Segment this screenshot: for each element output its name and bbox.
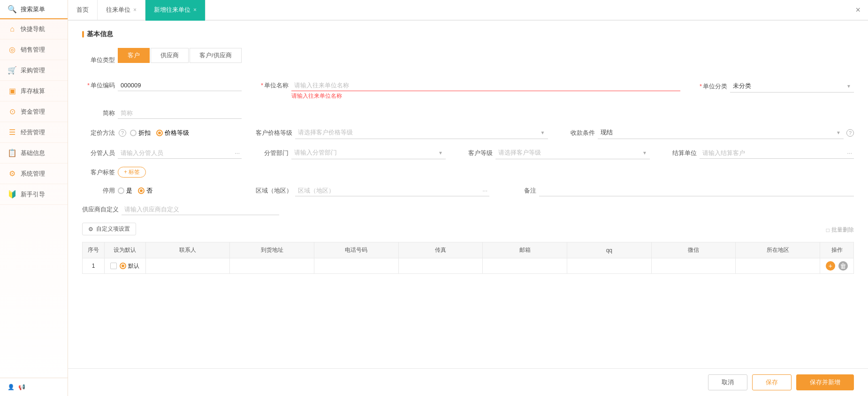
home-icon: ⌂ — [8, 25, 17, 33]
purchase-icon: 🛒 — [8, 66, 17, 75]
payment-help-icon[interactable]: ? — [846, 129, 854, 137]
radio-no[interactable]: 否 — [138, 186, 152, 195]
row-checkbox[interactable] — [110, 263, 117, 269]
phone-input[interactable] — [319, 263, 394, 269]
sidebar-item-purchase-mgmt[interactable]: 🛒 采购管理 — [0, 60, 68, 81]
qq-input[interactable] — [572, 263, 647, 269]
wechat-input[interactable] — [656, 263, 731, 269]
dept-label: 分管部门 — [256, 149, 289, 157]
radio-price-level-label: 价格等级 — [165, 129, 189, 137]
cell-qq[interactable] — [567, 258, 652, 274]
sidebar-item-inventory[interactable]: ▣ 库存核算 — [0, 81, 68, 101]
type-btn-customer[interactable]: 客户 — [118, 48, 150, 63]
cell-action: + 🗑 — [820, 258, 854, 274]
dept-select[interactable]: 请输入分管部门 ▼ — [291, 147, 446, 159]
add-tag-button[interactable]: + 标签 — [118, 167, 146, 178]
unit-category-field: 单位分类 未分类 ▼ — [694, 80, 854, 93]
sidebar-search[interactable]: 🔍 搜索菜单 — [0, 0, 68, 19]
sidebar-label-purchase: 采购管理 — [21, 66, 45, 75]
sidebar-item-quick-nav[interactable]: ⌂ 快捷导航 — [0, 19, 68, 39]
add-row-button[interactable]: + — [826, 261, 835, 271]
sidebar-item-sales-mgmt[interactable]: ◎ 销售管理 — [0, 39, 68, 60]
unit-name-wrapper: 单位名称 请输入往来单位名称 — [256, 80, 680, 100]
save-button[interactable]: 保存 — [752, 374, 792, 390]
region-cell-input[interactable] — [740, 263, 815, 269]
manager-more-btn[interactable]: ··· — [233, 149, 242, 156]
radio-yes-circle — [118, 187, 124, 194]
row-supplier-custom: 供应商自定义 — [82, 204, 854, 215]
cell-phone[interactable] — [314, 258, 398, 274]
customer-level-placeholder: 请选择客户等级 — [498, 148, 640, 157]
content-area: 基本信息 单位类型 客户 供应商 客户/供应商 单位编码 — [68, 21, 868, 368]
cell-address[interactable] — [230, 258, 314, 274]
sidebar-item-newbie[interactable]: 🔰 新手引导 — [0, 184, 68, 205]
radio-price-level[interactable]: 价格等级 — [156, 129, 189, 137]
user-icon[interactable]: 👤 — [8, 384, 15, 390]
custom-settings-button[interactable]: ⚙ 自定义项设置 — [82, 223, 136, 235]
save-new-button[interactable]: 保存并新增 — [796, 374, 854, 390]
batch-delete-button[interactable]: □ 批量删除 — [826, 226, 854, 234]
manager-input[interactable] — [118, 148, 231, 158]
cell-fax[interactable] — [398, 258, 483, 274]
sidebar-item-ops-mgmt[interactable]: ☰ 经营管理 — [0, 122, 68, 143]
section-title-basic-info: 基本信息 — [82, 30, 854, 39]
contact-input[interactable] — [151, 263, 225, 269]
email-input[interactable] — [487, 263, 562, 269]
unit-code-input[interactable] — [118, 80, 242, 91]
main-area: 首页 往来单位 × 新增往来单位 × × 基本信息 单位类型 客户 供应商 客户… — [68, 0, 868, 396]
payment-terms-select[interactable]: 现结 ▼ — [598, 126, 844, 139]
tab-partners[interactable]: 往来单位 × — [98, 0, 145, 20]
radio-yes[interactable]: 是 — [118, 186, 132, 195]
manager-field: 分管人员 ··· — [82, 148, 242, 159]
notify-icon[interactable]: 📢 — [18, 384, 25, 390]
customer-level-select[interactable]: 请选择客户等级 ▼ — [495, 147, 650, 159]
cell-no: 1 — [83, 258, 105, 274]
tab-new-partner[interactable]: 新增往来单位 × — [145, 0, 206, 20]
gear-icon: ⚙ — [88, 226, 93, 233]
del-row-button[interactable]: 🗑 — [838, 261, 848, 271]
sidebar-item-finance[interactable]: ⊙ 资金管理 — [0, 101, 68, 122]
cell-region[interactable] — [736, 258, 820, 274]
short-name-field: 简称 — [82, 108, 242, 119]
settlement-label: 结算单位 — [664, 149, 697, 157]
pricing-help-icon[interactable]: ? — [119, 129, 126, 137]
settlement-more-btn[interactable]: ··· — [845, 149, 854, 156]
cancel-button[interactable]: 取消 — [708, 374, 747, 390]
unit-category-select[interactable]: 未分类 ▼ — [730, 80, 854, 93]
cell-email[interactable] — [483, 258, 567, 274]
address-input[interactable] — [235, 263, 309, 269]
row-default-radio-circle — [120, 263, 126, 269]
tab-partners-close[interactable]: × — [133, 7, 137, 13]
customer-price-select[interactable]: 请选择客户价格等级 ▼ — [295, 126, 548, 139]
short-name-input[interactable] — [118, 108, 242, 119]
tab-partners-label: 往来单位 — [106, 6, 130, 14]
tab-new-partner-close[interactable]: × — [193, 7, 197, 13]
fax-input[interactable] — [404, 263, 478, 269]
row-default-radio[interactable]: 默认 — [120, 262, 139, 270]
section-title-text: 基本信息 — [87, 30, 113, 39]
window-close-button[interactable]: × — [848, 5, 868, 15]
unit-category-label: 单位分类 — [694, 82, 727, 91]
sidebar-item-basic-info[interactable]: 📋 基础信息 — [0, 143, 68, 163]
supplier-custom-input[interactable] — [122, 204, 279, 215]
sidebar-label-inventory: 库存核算 — [21, 87, 45, 95]
remark-input[interactable] — [539, 185, 854, 196]
type-btn-both[interactable]: 客户/供应商 — [190, 48, 242, 63]
region-label: 区域（地区） — [256, 186, 292, 195]
settlement-input[interactable] — [700, 148, 843, 158]
tab-home[interactable]: 首页 — [68, 0, 98, 20]
type-btn-supplier[interactable]: 供应商 — [151, 48, 189, 63]
settlement-field: 结算单位 ··· — [664, 148, 854, 159]
tab-new-partner-label: 新增往来单位 — [154, 6, 190, 14]
pricing-method-field: 定价方法 ? 折扣 价格等级 — [82, 129, 242, 137]
unit-name-input[interactable] — [291, 80, 680, 91]
unit-name-error-msg: 请输入往来单位名称 — [291, 92, 680, 100]
region-input[interactable] — [295, 185, 479, 196]
region-more-btn[interactable]: ··· — [480, 187, 489, 194]
radio-discount[interactable]: 折扣 — [130, 129, 151, 137]
sidebar-item-sys-mgmt[interactable]: ⚙ 系统管理 — [0, 163, 68, 184]
col-action: 操作 — [820, 242, 854, 258]
dept-field: 分管部门 请输入分管部门 ▼ — [256, 147, 446, 159]
cell-wechat[interactable] — [651, 258, 736, 274]
cell-contact[interactable] — [145, 258, 230, 274]
